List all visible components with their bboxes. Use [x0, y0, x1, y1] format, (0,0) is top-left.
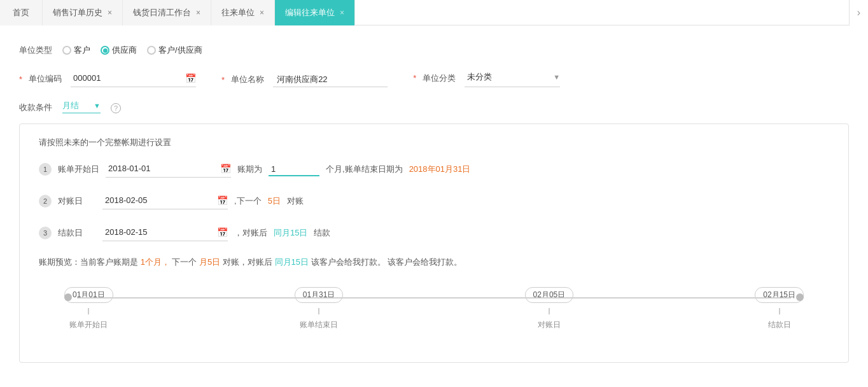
period-date-3-input[interactable]	[102, 225, 214, 239]
unit-name-label: 单位名称	[231, 74, 264, 85]
unit-class-value: 未分类	[465, 69, 550, 85]
payment-condition-row: 收款条件 月结 ▼ ?	[19, 100, 849, 113]
radio-customer[interactable]: 客户	[62, 45, 90, 56]
timeline-tick-2	[318, 308, 319, 314]
unit-class-select[interactable]: 未分类 ▼	[465, 69, 560, 87]
period-row-3: 3 结款日 📅 ，对账后 同月15日 结款	[39, 225, 829, 241]
period-date-1-input[interactable]	[106, 161, 218, 176]
period-label-3: 结款日	[58, 227, 96, 239]
payment-select[interactable]: 月结 ▼	[62, 100, 101, 113]
radio-circle-customer	[62, 46, 71, 55]
period-month-input[interactable]	[269, 163, 319, 176]
timeline-badge-2: 01月31日	[295, 287, 344, 303]
period-date-3-wrapper: 📅	[102, 225, 228, 241]
unit-code-required: *	[19, 74, 22, 84]
timeline-tick-3	[549, 308, 550, 314]
timeline-label-4: 结款日	[768, 320, 791, 330]
timeline-dot-left	[64, 293, 72, 301]
period-date-3-calendar-icon[interactable]: 📅	[217, 227, 228, 237]
preview-reconcile-prefix: 下一个	[172, 257, 197, 267]
period-highlight-day-2: 5日	[268, 195, 281, 207]
unit-name-group: * 单位名称	[221, 72, 388, 87]
preview-payment-suffix: 该客户会给我打款。	[311, 257, 386, 267]
timeline-item-3: 02月05日 对账日	[525, 287, 574, 330]
unit-code-label: 单位编码	[29, 73, 62, 85]
unit-class-label: 单位分类	[423, 73, 456, 84]
tab-home[interactable]: 首页	[0, 0, 43, 25]
unit-class-group: * 单位分类 未分类 ▼	[413, 69, 560, 87]
tab-nav-right-button[interactable]: ›	[849, 0, 868, 25]
period-date-2-calendar-icon[interactable]: 📅	[217, 195, 228, 206]
unit-name-required: *	[221, 75, 225, 85]
period-num-3: 3	[39, 227, 52, 239]
tab-close-edit-counterpart[interactable]: ×	[340, 8, 344, 17]
unit-info-row: * 单位编码 📅 * 单位名称 * 单位分类 未分类 ▼	[19, 69, 849, 87]
timeline-label-3: 对账日	[538, 320, 561, 330]
tab-close-cash-work[interactable]: ×	[196, 8, 200, 17]
timeline-tick-4	[779, 308, 780, 314]
period-highlight-text-3: 同月15日	[274, 227, 307, 239]
period-title: 请按照未来的一个完整帐期进行设置	[39, 137, 829, 148]
timeline-label-1: 账单开始日	[69, 320, 108, 330]
tab-close-sales-order-history[interactable]: ×	[108, 8, 112, 17]
radio-both[interactable]: 客户/供应商	[147, 45, 202, 56]
preview-text: 账期预览：当前客户账期是 1个月， 下一个 月5日 对账，对账后 同月15日 该…	[39, 257, 829, 268]
period-suffix-2: 对账	[287, 195, 304, 207]
preview-reconcile-day: 月5日	[199, 257, 220, 267]
period-date-1-calendar-icon[interactable]: 📅	[220, 164, 231, 174]
period-label-2: 对账日	[58, 195, 96, 207]
timeline-item-2: 01月31日 账单结束日	[295, 287, 344, 330]
payment-chevron-icon: ▼	[94, 102, 101, 109]
preview-section: 账期预览：当前客户账期是 1个月， 下一个 月5日 对账，对账后 同月15日 该…	[39, 257, 829, 349]
payment-label: 收款条件	[19, 102, 52, 113]
preview-period: 1个月，	[141, 257, 170, 267]
unit-code-icon[interactable]: 📅	[185, 73, 196, 83]
timeline-item-1: 01月01日 账单开始日	[64, 287, 113, 330]
period-date-2-input[interactable]	[102, 193, 214, 208]
period-num-2: 2	[39, 195, 52, 208]
period-box: 请按照未来的一个完整帐期进行设置 1 账单开始日 📅 账期为 个月,账单结束日期…	[19, 123, 849, 363]
tab-close-counterpart[interactable]: ×	[260, 8, 264, 17]
preview-label: 账期预览：当前客户账期是	[39, 257, 138, 267]
period-row-1: 1 账单开始日 📅 账期为 个月,账单结束日期为 2018年01月31日	[39, 161, 829, 178]
payment-value: 月结	[62, 100, 91, 111]
period-prefix-2: ,下一个	[234, 195, 262, 207]
period-suffix-after-1: 个月,账单结束日期为	[326, 164, 403, 175]
timeline-label-2: 账单结束日	[300, 320, 338, 330]
period-num-1: 1	[39, 163, 52, 176]
tab-bar: 首页 销售订单历史 × 钱货日清工作台 × 往来单位 × 编辑往来单位 × ›	[0, 0, 868, 25]
timeline-wrapper: 01月01日 账单开始日 01月31日 账单结束日 02月05日 对账	[39, 281, 829, 349]
timeline-tick-1	[88, 308, 89, 314]
timeline-badge-3: 02月05日	[525, 287, 574, 303]
timeline-items: 01月01日 账单开始日 01月31日 账单结束日 02月05日 对账	[52, 287, 816, 330]
period-date-2-wrapper: 📅	[102, 193, 228, 209]
radio-circle-supplier	[101, 46, 109, 55]
preview-reconcile-suffix: 对账，对账后	[223, 257, 272, 267]
unit-type-label: 单位类型	[19, 45, 52, 56]
period-label-1: 账单开始日	[58, 164, 99, 175]
tab-edit-counterpart[interactable]: 编辑往来单位 ×	[275, 0, 355, 25]
unit-type-radio-group: 客户 供应商 客户/供应商	[62, 45, 202, 56]
tab-cash-work[interactable]: 钱货日清工作台 ×	[123, 0, 211, 25]
unit-code-group: * 单位编码 📅	[19, 71, 196, 87]
period-prefix-3: ，对账后	[234, 227, 267, 239]
period-highlight-date-1: 2018年01月31日	[409, 164, 471, 175]
period-suffix-before-1: 账期为	[237, 164, 262, 175]
period-date-1-wrapper: 📅	[106, 161, 231, 178]
main-content: 单位类型 客户 供应商 客户/供应商 * 单位编码 📅	[0, 25, 868, 387]
unit-name-input[interactable]	[273, 72, 388, 87]
radio-supplier[interactable]: 供应商	[101, 45, 137, 56]
timeline-item-4: 02月15日 结款日	[755, 287, 804, 330]
radio-circle-both	[147, 46, 156, 55]
tab-counterpart[interactable]: 往来单位 ×	[211, 0, 275, 25]
timeline-badge-1: 01月01日	[64, 287, 113, 303]
preview-final: 该客户会给我打款。	[388, 257, 462, 267]
help-icon[interactable]: ?	[111, 103, 121, 113]
tab-sales-order-history[interactable]: 销售订单历史 ×	[43, 0, 123, 25]
unit-code-input[interactable]	[71, 71, 183, 85]
unit-code-input-wrapper: 📅	[71, 71, 196, 87]
unit-class-required: *	[413, 73, 416, 83]
period-row-2: 2 对账日 📅 ,下一个 5日 对账	[39, 193, 829, 209]
unit-type-row: 单位类型 客户 供应商 客户/供应商	[19, 45, 849, 56]
chevron-right-icon: ›	[857, 7, 860, 18]
